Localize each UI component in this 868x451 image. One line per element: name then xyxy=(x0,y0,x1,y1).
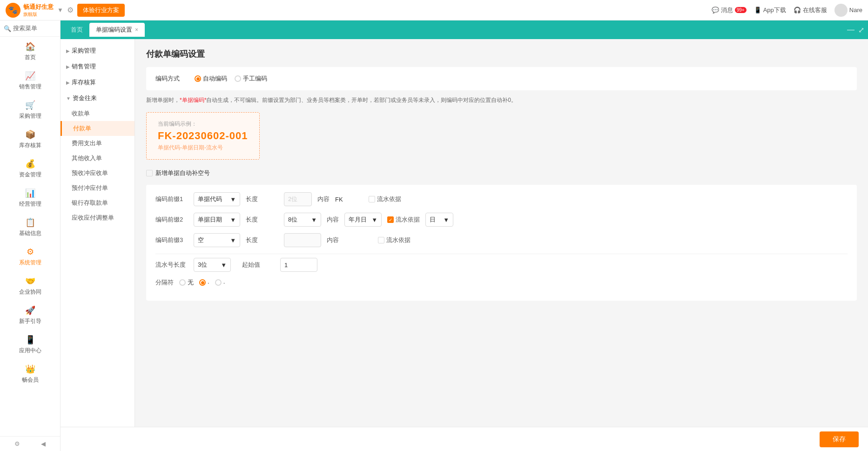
length2-select[interactable]: 8位 ▼ xyxy=(284,213,321,227)
sub-menu-area: ▶ 采购管理 ▶ 销售管理 ▶ 库存核算 xyxy=(61,39,868,427)
tab-minimize-icon[interactable]: — xyxy=(847,26,855,34)
flow1-label: 流水依据 xyxy=(377,195,401,203)
submenu-item-prepay-pay[interactable]: 预付冲应付单 xyxy=(61,181,135,195)
messages-badge: 99+ xyxy=(735,7,747,13)
app-icon: 📱 xyxy=(754,7,761,13)
prefix2-label: 编码前缀2 xyxy=(155,215,188,224)
manual-coding-radio[interactable]: 手工编码 xyxy=(235,74,267,83)
sidebar-item-member[interactable]: 👑 畅会员 xyxy=(0,359,60,389)
sidebar-settings-icon[interactable]: ⚙ xyxy=(14,440,20,447)
period-chevron-icon: ▼ xyxy=(443,216,449,223)
manual-coding-radio-btn[interactable] xyxy=(235,75,241,82)
sidebar-item-guide[interactable]: 🚀 新手引导 xyxy=(0,301,60,330)
dropdown-icon[interactable]: ▼ xyxy=(57,7,63,13)
sidebar-item-finance[interactable]: 💰 资金管理 xyxy=(0,154,60,183)
sidebar-item-home[interactable]: 🏠 首页 xyxy=(0,37,60,66)
submenu-item-bank[interactable]: 银行存取款单 xyxy=(61,195,135,210)
save-button[interactable]: 保存 xyxy=(820,431,859,447)
app-download-item[interactable]: 📱 App下载 xyxy=(754,6,786,14)
start-value: 1 xyxy=(284,262,288,269)
topbar-left: 🐾 畅通好生意 旗舰版 ▼ ⚙ 体验行业方案 xyxy=(6,3,125,18)
sidebar-item-sales[interactable]: 📈 销售管理 xyxy=(0,66,60,95)
sidebar-item-enterprise[interactable]: 🤝 企业协同 xyxy=(0,271,60,301)
length2-label: 长度 xyxy=(246,215,278,224)
sidebar-collapse-icon[interactable]: ◀ xyxy=(41,440,46,447)
sidebar-bottom: ⚙ ◀ xyxy=(0,436,60,451)
start-value-input[interactable]: 1 xyxy=(280,258,317,272)
sidebar-search[interactable]: 🔍 搜索菜单 xyxy=(0,20,60,37)
serial-length-chevron-icon: ▼ xyxy=(221,262,227,269)
home-icon: 🏠 xyxy=(25,41,35,52)
auto-coding-radio-btn[interactable] xyxy=(195,75,201,82)
coding-method-section: 编码方式 自动编码 手工编码 xyxy=(146,67,857,90)
sidebar-item-label: 畅会员 xyxy=(22,376,39,384)
sidebar-item-operations[interactable]: 📊 经营管理 xyxy=(0,183,60,213)
prefix3-label: 编码前缀3 xyxy=(155,236,188,244)
submenu-item-receipt[interactable]: 收款单 xyxy=(61,106,135,121)
submenu-item-prepay-recv[interactable]: 预收冲应收单 xyxy=(61,166,135,181)
prefix1-select[interactable]: 单据代码 ▼ xyxy=(194,192,240,206)
tab-home[interactable]: 首页 xyxy=(64,23,89,37)
flow3-checkbox[interactable] xyxy=(378,237,384,243)
tab-coding-settings[interactable]: 单据编码设置 × xyxy=(89,23,145,37)
submenu-item-expense[interactable]: 费用支出单 xyxy=(61,136,135,151)
topbar: 🐾 畅通好生意 旗舰版 ▼ ⚙ 体验行业方案 💬 消息 99+ 📱 App下载 … xyxy=(0,0,868,20)
sidebar-item-basic[interactable]: 📋 基础信息 xyxy=(0,213,60,242)
sidebar-item-label: 应用中心 xyxy=(19,347,41,355)
config-row-1: 编码前缀1 单据代码 ▼ 长度 2位 内容 FK 流水依据 xyxy=(155,192,848,206)
tab-home-label: 首页 xyxy=(71,26,83,34)
preview-label: 当前编码示例： xyxy=(158,120,248,128)
operations-icon: 📊 xyxy=(25,188,35,198)
sidebar-item-system[interactable]: ⚙ 系统管理 xyxy=(0,242,60,271)
separator-dash-radio-btn[interactable] xyxy=(215,279,222,286)
content-area: 首页 单据编码设置 × — ⤢ ▶ 采购管理 xyxy=(61,20,868,451)
sidebar-item-purchase[interactable]: 🛒 采购管理 xyxy=(0,95,60,125)
flow2-label: 流水依据 xyxy=(396,215,420,224)
content2-select[interactable]: 年月日 ▼ xyxy=(344,213,382,227)
sub-menu: ▶ 采购管理 ▶ 销售管理 ▶ 库存核算 xyxy=(61,39,135,427)
period-select[interactable]: 日 ▼ xyxy=(425,213,453,227)
online-service-item[interactable]: 🎧 在线客服 xyxy=(794,6,827,14)
page-title: 付款单编码设置 xyxy=(146,48,857,60)
separator-none-radio[interactable]: 无 xyxy=(179,278,194,287)
flow2-checkbox[interactable]: ✓ xyxy=(387,216,394,223)
prefix2-select[interactable]: 单据日期 ▼ xyxy=(194,213,240,227)
tab-close-icon[interactable]: × xyxy=(135,27,138,33)
flow2-check: ✓ 流水依据 xyxy=(387,215,420,224)
page-content: 付款单编码设置 编码方式 自动编码 手工编码 xyxy=(135,39,868,427)
serial-length-select[interactable]: 3位 ▼ xyxy=(194,258,231,272)
sidebar-item-label: 采购管理 xyxy=(19,112,41,120)
user-item[interactable]: Nare xyxy=(834,4,862,17)
submenu-group-inventory-title[interactable]: ▶ 库存核算 xyxy=(61,74,135,90)
experience-button[interactable]: 体验行业方案 xyxy=(77,4,125,17)
flow1-checkbox[interactable] xyxy=(369,196,375,202)
sidebar-item-apps[interactable]: 📱 应用中心 xyxy=(0,330,60,359)
separator-dot-radio[interactable]: · xyxy=(199,279,209,286)
submenu-item-payment[interactable]: 付款单 xyxy=(61,121,135,136)
submenu-group-capital-title[interactable]: ▼ 资金往来 xyxy=(61,90,135,106)
messages-item[interactable]: 💬 消息 99+ xyxy=(712,6,747,14)
prefix3-select[interactable]: 空 ▼ xyxy=(194,233,240,247)
manual-coding-label: 手工编码 xyxy=(243,74,267,83)
preview-code: FK-20230602-001 xyxy=(158,130,248,142)
sidebar-item-inventory[interactable]: 📦 库存核算 xyxy=(0,125,60,154)
content2-value: 年月日 xyxy=(349,215,367,224)
prefix1-label: 编码前缀1 xyxy=(155,195,188,203)
submenu-group-purchase-title[interactable]: ▶ 采购管理 xyxy=(61,43,135,59)
separator-dot-label: · xyxy=(208,279,209,286)
content1-label: 内容 xyxy=(317,195,330,203)
online-service-label: 在线客服 xyxy=(803,6,827,14)
submenu-group-sales-title[interactable]: ▶ 销售管理 xyxy=(61,59,135,74)
submenu-item-other-income[interactable]: 其他收入单 xyxy=(61,151,135,166)
flow3-label: 流水依据 xyxy=(386,236,410,244)
separator-dot-radio-btn[interactable] xyxy=(199,279,206,286)
separator-dash-radio[interactable]: · xyxy=(215,279,225,286)
settings-icon[interactable]: ⚙ xyxy=(67,6,74,14)
submenu-item-adjustment[interactable]: 应收应付调整单 xyxy=(61,210,135,225)
auto-coding-radio[interactable]: 自动编码 xyxy=(195,74,227,83)
apps-icon: 📱 xyxy=(25,335,35,345)
tab-maximize-icon[interactable]: ⤢ xyxy=(858,26,864,34)
sidebar-item-label: 资金管理 xyxy=(19,171,41,179)
auto-fill-checkbox[interactable] xyxy=(146,170,153,176)
separator-none-radio-btn[interactable] xyxy=(179,279,186,286)
